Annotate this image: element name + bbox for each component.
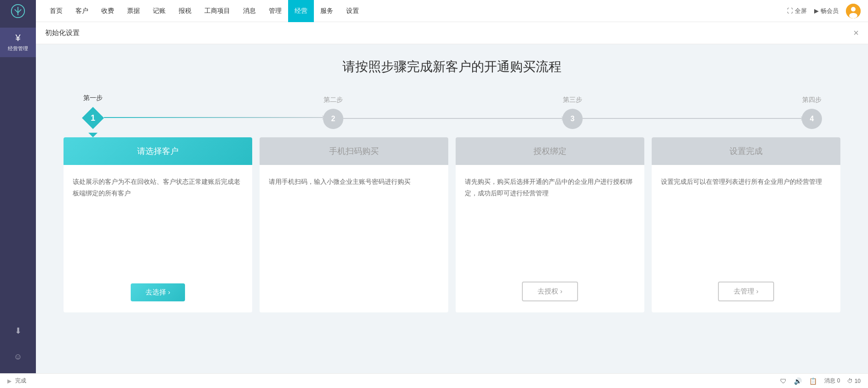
go-select-button[interactable]: 去选择 ›	[131, 283, 185, 301]
nav-right-area: ⛶ 全屏 ▶ 畅会员	[787, 4, 861, 18]
step-2-label: 第二步	[324, 96, 343, 104]
play-icon: ▶	[814, 7, 819, 14]
card-step3: 授权绑定 请先购买，购买后选择开通的产品中的企业用户进行授权绑定，成功后即可进行…	[456, 137, 644, 312]
step-1-number: 1	[91, 113, 95, 123]
step-2-node: 第二步 2	[323, 96, 343, 129]
step-1-node: 第一步 1	[82, 94, 104, 129]
step-1-circle: 1	[82, 107, 104, 129]
connector-3-4: ›	[583, 118, 802, 119]
time-display: ⏱ 10	[847, 378, 861, 384]
volume-icon[interactable]: 🔊	[794, 377, 802, 385]
nav-home[interactable]: 首页	[43, 0, 69, 22]
sidebar-support[interactable]: ☺	[0, 346, 36, 368]
nav-messages[interactable]: 消息	[237, 0, 262, 22]
card-2-footer	[260, 294, 448, 312]
card-3-header: 授权绑定	[456, 137, 644, 165]
card-2-header: 手机扫码购买	[260, 137, 448, 165]
download-icon: ⬇	[15, 326, 22, 336]
step-3-label: 第三步	[563, 96, 582, 104]
card-4-header: 设置完成	[652, 137, 840, 165]
fullscreen-button[interactable]: ⛶ 全屏	[787, 7, 807, 15]
sidebar-bottom: ⬇ ☺	[0, 320, 36, 373]
logo-icon	[11, 4, 25, 18]
connector-1-2: ›	[104, 117, 323, 118]
sidebar-download[interactable]: ⬇	[0, 320, 36, 342]
step-2-number: 2	[331, 115, 336, 123]
nav-accounting[interactable]: 记账	[146, 0, 172, 22]
shield-icon[interactable]: 🛡	[780, 377, 787, 385]
card-step1: 请选择客户 该处展示的客户为不在回收站、客户状态正常建账后完成老板端绑定的所有客…	[64, 137, 252, 312]
app-logo	[0, 0, 36, 22]
card-3-footer: 去授权 ›	[456, 274, 644, 312]
step-3-circle: 3	[562, 109, 583, 129]
nav-business[interactable]: 工商项目	[198, 0, 237, 22]
card-pointer-row	[54, 133, 850, 137]
support-icon: ☺	[14, 352, 22, 362]
status-bar-right: 🛡 🔊 📋 消息 0 ⏱ 10	[780, 377, 861, 385]
step-1-label: 第一步	[83, 94, 103, 102]
content-area: 请按照步骤完成新客户的开通购买流程 第一步 1 › 第二步 2	[36, 44, 868, 373]
page-title: 初始化设置	[45, 29, 80, 37]
user-avatar[interactable]	[846, 4, 861, 18]
go-authorize-button[interactable]: 去授权 ›	[522, 282, 578, 301]
step-2-circle: 2	[323, 109, 343, 129]
card-step4: 设置完成 设置完成后可以在管理列表进行所有企业用户的经营管理 去管理 ›	[652, 137, 840, 312]
step-4-number: 4	[810, 115, 814, 123]
svg-point-3	[851, 7, 856, 12]
nav-fees[interactable]: 收费	[95, 0, 121, 22]
fullscreen-icon: ⛶	[787, 7, 793, 14]
sidebar-item-label: 经营管理	[8, 45, 28, 52]
svg-point-4	[849, 13, 857, 18]
clipboard-icon[interactable]: 📋	[809, 377, 817, 385]
nav-tax[interactable]: 报税	[172, 0, 198, 22]
card-step2: 手机扫码购买 请用手机扫码，输入小微企业主账号密码进行购买	[260, 137, 448, 312]
close-button[interactable]: ×	[853, 28, 859, 38]
member-label: 畅会员	[821, 7, 839, 15]
step-4-label: 第四步	[802, 96, 822, 104]
step-3-number: 3	[571, 115, 575, 123]
card-pointer	[82, 133, 104, 137]
play-status-icon: ▶	[7, 378, 12, 384]
cards-row: 请选择客户 该处展示的客户为不在回收站、客户状态正常建账后完成老板端绑定的所有客…	[64, 137, 840, 312]
status-label: 完成	[15, 377, 26, 385]
top-navigation: 首页 客户 收费 票据 记账 报税 工商项目 消息 管理 经营 服务 设置 ⛶ …	[36, 0, 868, 22]
step-4-circle: 4	[802, 109, 822, 129]
sidebar-item-operation[interactable]: ¥ 经营管理	[0, 28, 36, 57]
nav-customer[interactable]: 客户	[69, 0, 95, 22]
go-manage-button[interactable]: 去管理 ›	[718, 282, 774, 301]
main-content: 初始化设置 × 请按照步骤完成新客户的开通购买流程 第一步 1 › 第二步	[36, 22, 868, 373]
nav-operation[interactable]: 经营	[288, 0, 314, 22]
card-3-body: 请先购买，购买后选择开通的产品中的企业用户进行授权绑定，成功后即可进行经营管理	[456, 165, 644, 274]
card-1-body: 该处展示的客户为不在回收站、客户状态正常建账后完成老板端绑定的所有客户	[64, 165, 252, 276]
sidebar: ¥ 经营管理 ⬇ ☺	[0, 22, 36, 373]
operation-icon: ¥	[15, 33, 20, 43]
member-button[interactable]: ▶ 畅会员	[814, 7, 839, 15]
step-4-node: 第四步 4	[802, 96, 822, 129]
nav-service[interactable]: 服务	[314, 0, 340, 22]
card-1-header: 请选择客户	[64, 137, 252, 165]
steps-progress-row: 第一步 1 › 第二步 2 › 第三步	[54, 94, 850, 129]
card-1-footer: 去选择 ›	[64, 276, 252, 312]
page-header: 初始化设置 ×	[36, 22, 868, 44]
flow-title: 请按照步骤完成新客户的开通购买流程	[54, 58, 850, 76]
nav-manage[interactable]: 管理	[262, 0, 288, 22]
nav-bills[interactable]: 票据	[121, 0, 146, 22]
connector-2-3: ›	[343, 118, 562, 119]
message-count: 消息 0	[824, 377, 840, 385]
step-3-node: 第三步 3	[562, 96, 583, 129]
card-2-body: 请用手机扫码，输入小微企业主账号密码进行购买	[260, 165, 448, 294]
nav-settings[interactable]: 设置	[340, 0, 365, 22]
card-4-footer: 去管理 ›	[652, 274, 840, 312]
card-4-body: 设置完成后可以在管理列表进行所有企业用户的经营管理	[652, 165, 840, 274]
fullscreen-label: 全屏	[795, 7, 807, 15]
status-bar: ▶ 完成 🛡 🔊 📋 消息 0 ⏱ 10	[0, 373, 868, 388]
